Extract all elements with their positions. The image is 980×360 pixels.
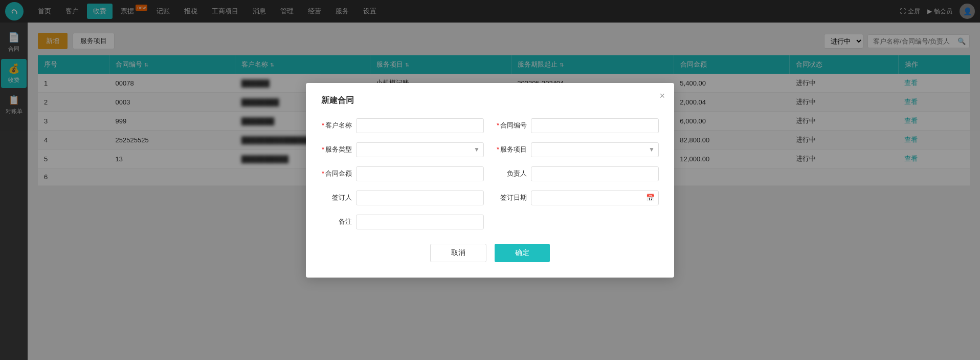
form-group-remark: 备注 bbox=[321, 215, 484, 229]
form-row-2: *服务类型 ▼ *服务项目 ▼ bbox=[321, 142, 659, 157]
remark-spacer bbox=[496, 215, 659, 229]
sign-date-input[interactable]: 2023-06-06 bbox=[531, 190, 659, 205]
calendar-icon[interactable]: 📅 bbox=[646, 194, 655, 202]
modal-close-button[interactable]: × bbox=[659, 91, 665, 100]
sign-date-label: 签订日期 bbox=[496, 193, 527, 202]
form-row-1: *客户名称 *合同编号 bbox=[321, 118, 659, 133]
new-contract-modal: × 新建合同 *客户名称 *合同编号 *服务类型 bbox=[306, 83, 674, 278]
form-group-signer: 签订人 bbox=[321, 190, 484, 205]
required-star-contract: * bbox=[497, 121, 499, 129]
modal-overlay[interactable]: × 新建合同 *客户名称 *合同编号 *服务类型 bbox=[0, 0, 980, 360]
cancel-button[interactable]: 取消 bbox=[430, 244, 486, 262]
remark-input[interactable] bbox=[356, 215, 484, 229]
customer-name-input[interactable] bbox=[356, 118, 484, 133]
service-type-select-wrap: ▼ bbox=[356, 142, 484, 157]
required-star-stype: * bbox=[322, 145, 324, 153]
responsible-input[interactable] bbox=[531, 166, 659, 181]
required-star-amount: * bbox=[322, 170, 324, 177]
customer-name-label: *客户名称 bbox=[321, 121, 352, 130]
required-star-customer: * bbox=[322, 121, 324, 129]
modal-footer: 取消 确定 bbox=[321, 244, 659, 262]
form-group-amount: *合同金额 0.00 bbox=[321, 166, 484, 181]
form-row-5: 备注 bbox=[321, 215, 659, 229]
form-group-sign-date: 签订日期 2023-06-06 📅 bbox=[496, 190, 659, 205]
form-group-customer: *客户名称 bbox=[321, 118, 484, 133]
signer-input[interactable] bbox=[356, 190, 484, 205]
amount-input[interactable]: 0.00 bbox=[356, 166, 484, 181]
contract-no-label: *合同编号 bbox=[496, 121, 527, 130]
form-row-3: *合同金额 0.00 负责人 bbox=[321, 166, 659, 181]
form-row-4: 签订人 签订日期 2023-06-06 📅 bbox=[321, 190, 659, 205]
form-group-contract-no: *合同编号 bbox=[496, 118, 659, 133]
service-type-select[interactable] bbox=[356, 142, 484, 157]
sign-date-wrap: 2023-06-06 📅 bbox=[531, 190, 659, 205]
service-item-select[interactable] bbox=[531, 142, 659, 157]
service-type-label: *服务类型 bbox=[321, 145, 352, 154]
amount-label: *合同金额 bbox=[321, 169, 352, 178]
required-star-sitem: * bbox=[497, 145, 499, 153]
service-item-label: *服务项目 bbox=[496, 145, 527, 154]
modal-title: 新建合同 bbox=[321, 95, 659, 106]
responsible-label: 负责人 bbox=[496, 169, 527, 178]
form-group-service-item: *服务项目 ▼ bbox=[496, 142, 659, 157]
form-group-responsible: 负责人 bbox=[496, 166, 659, 181]
contract-no-input[interactable] bbox=[531, 118, 659, 133]
remark-label: 备注 bbox=[321, 217, 352, 226]
service-item-select-wrap: ▼ bbox=[531, 142, 659, 157]
signer-label: 签订人 bbox=[321, 193, 352, 202]
form-group-service-type: *服务类型 ▼ bbox=[321, 142, 484, 157]
confirm-button[interactable]: 确定 bbox=[495, 244, 550, 262]
